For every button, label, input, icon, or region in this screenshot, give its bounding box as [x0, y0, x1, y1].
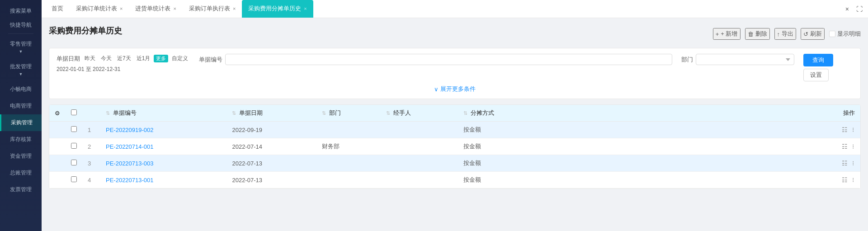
sort-icon: ⇅	[322, 110, 326, 116]
col-code-header: ⇅ 单据编号	[100, 105, 226, 122]
delete-button[interactable]: 🗑 删除	[745, 28, 770, 40]
tab-label: 采购订单执行表	[189, 5, 230, 13]
row-code-link[interactable]: PE-20220713-001	[106, 177, 154, 184]
sidebar-item-invoice[interactable]: 发票管理	[0, 181, 42, 198]
row-code-link[interactable]: PE-20220713-003	[106, 160, 154, 167]
sidebar-item-ecom[interactable]: 电商管理	[0, 98, 42, 114]
col-split-type-header: ⇅ 分摊方式	[458, 105, 783, 122]
table-row: 4 PE-20220713-001 2022-07-13 按金额 ☷ ⁝	[49, 172, 860, 189]
tab-purchase-order-stat[interactable]: 采购订单统计表 ×	[70, 0, 129, 18]
toolbar: + + 新增 🗑 删除 ↑ 导出 ↺ 刷新 显示明细	[713, 28, 861, 40]
sidebar-item-inventory[interactable]: 库存核算	[0, 131, 42, 148]
row-code: PE-20220919-002	[100, 122, 226, 138]
date-yesterday-btn[interactable]: 昨天	[83, 54, 97, 63]
date-custom-btn[interactable]: 自定义	[170, 54, 190, 63]
dept-filter-select[interactable]: 财务部	[696, 54, 794, 65]
main-area: 首页 采购订单统计表 × 进货单统计表 × 采购订单执行表 × 采购费用分摊单历…	[42, 0, 868, 231]
maximize-icon[interactable]: ⛶	[854, 5, 864, 14]
view-action-icon[interactable]: ☷	[841, 125, 849, 134]
sidebar-item-quick-nav[interactable]: 快捷导航	[0, 19, 42, 32]
chevron-down-icon: ▼	[19, 72, 23, 76]
row-code-link[interactable]: PE-20220919-002	[106, 127, 154, 133]
filter-date-label-row: 单据日期 昨天 今天 近7天 近1月 更多 自定义	[57, 54, 190, 63]
row-dept: 财务部	[316, 138, 381, 155]
close-icon[interactable]: ×	[233, 6, 236, 11]
tab-inbound-stat[interactable]: 进货单统计表 ×	[129, 0, 182, 18]
export-icon: ↑	[777, 31, 780, 38]
date-1month-btn[interactable]: 近1月	[135, 54, 152, 63]
row-checkbox[interactable]	[71, 176, 77, 182]
sidebar-item-label: 电商管理	[10, 102, 32, 110]
row-checkbox[interactable]	[71, 160, 77, 165]
table-row: 2 PE-20220714-001 2022-07-14 财务部 按金额 ☷ ⁝	[49, 138, 860, 155]
col-handler-header: ⇅ 经手人	[381, 105, 458, 122]
more-action-icon[interactable]: ⁝	[851, 175, 855, 184]
row-num: 3	[82, 155, 100, 172]
date-more-btn[interactable]: 更多	[154, 55, 168, 62]
delete-icon: 🗑	[748, 31, 754, 38]
close-icon[interactable]: ×	[173, 6, 176, 11]
date-7days-btn[interactable]: 近7天	[115, 54, 133, 63]
row-date: 2022-07-14	[226, 138, 316, 155]
row-num: 2	[82, 138, 100, 155]
add-label: + 新增	[721, 30, 737, 38]
select-all-checkbox[interactable]	[71, 109, 77, 115]
date-quick-btns: 昨天 今天 近7天 近1月 更多 自定义	[83, 54, 190, 63]
show-col-checkbox[interactable]	[829, 31, 835, 37]
tab-label: 采购费用分摊单历史	[248, 5, 301, 13]
content-area: 采购费用分摊单历史 + + 新增 🗑 删除 ↑ 导出 ↺ 刷新	[42, 18, 868, 231]
row-code: PE-20220713-001	[100, 172, 226, 189]
query-button[interactable]: 查询	[803, 54, 833, 66]
chevron-down-icon: ∨	[434, 86, 439, 93]
close-icon[interactable]: ×	[120, 6, 123, 11]
sidebar-item-ecom-small[interactable]: 小畅电商	[0, 81, 42, 98]
filter-date-group: 单据日期 昨天 今天 近7天 近1月 更多 自定义 2022-01-01 至 2…	[57, 54, 190, 73]
gear-icon[interactable]: ⚙	[55, 110, 60, 117]
row-handler	[381, 122, 458, 138]
refresh-label: 刷新	[810, 30, 822, 38]
refresh-button[interactable]: ↺ 刷新	[801, 28, 825, 40]
refresh-icon: ↺	[803, 31, 808, 38]
view-action-icon[interactable]: ☷	[841, 175, 849, 184]
expand-conditions[interactable]: ∨ 展开更多条件	[57, 85, 853, 93]
more-action-icon[interactable]: ⁝	[851, 125, 855, 134]
col-split-type-label: 分摊方式	[471, 109, 494, 117]
row-code-link[interactable]: PE-20220714-001	[106, 143, 154, 150]
row-code: PE-20220713-003	[100, 155, 226, 172]
sidebar-item-purchase[interactable]: 采购管理	[0, 114, 42, 131]
view-action-icon[interactable]: ☷	[841, 142, 849, 151]
row-split-type: 按金额	[458, 122, 783, 138]
close-window-icon[interactable]: ×	[844, 5, 851, 14]
export-button[interactable]: ↑ 导出	[774, 28, 797, 40]
view-action-icon[interactable]: ☷	[841, 159, 849, 168]
row-checkbox[interactable]	[71, 126, 77, 132]
sidebar-item-label: 零售管理	[10, 40, 32, 48]
add-button[interactable]: + + 新增	[713, 28, 741, 40]
date-today-btn[interactable]: 今天	[99, 54, 113, 63]
filter-dept-label-row: 部门 财务部	[681, 54, 794, 65]
show-col-toggle[interactable]: 显示明细	[829, 30, 861, 38]
code-filter-input[interactable]	[225, 54, 672, 65]
row-checkbox[interactable]	[71, 143, 77, 149]
row-checkbox-cell	[66, 122, 82, 138]
setting-button[interactable]: 设置	[803, 69, 829, 81]
expand-label: 展开更多条件	[440, 85, 476, 93]
sidebar-item-wholesale[interactable]: 批发管理 ▼	[0, 58, 42, 81]
sort-icon: ⇅	[232, 110, 236, 116]
col-dept-label: 部门	[329, 109, 341, 117]
tab-purchase-order-exec[interactable]: 采购订单执行表 ×	[183, 0, 242, 18]
tab-home[interactable]: 首页	[45, 0, 70, 18]
show-col-label: 显示明细	[837, 30, 861, 38]
close-icon[interactable]: ×	[304, 6, 307, 11]
sidebar-item-finance[interactable]: 资金管理	[0, 148, 42, 165]
row-handler	[381, 155, 458, 172]
tab-purchase-cost-history[interactable]: 采购费用分摊单历史 ×	[242, 0, 313, 18]
sidebar-item-search[interactable]: 搜索菜单	[0, 4, 42, 19]
export-label: 导出	[782, 30, 793, 38]
sidebar-item-account[interactable]: 总账管理	[0, 165, 42, 181]
more-action-icon[interactable]: ⁝	[851, 142, 855, 151]
sidebar-item-retail[interactable]: 零售管理 ▼	[0, 36, 42, 58]
more-action-icon[interactable]: ⁝	[851, 159, 855, 168]
sort-icon: ⇅	[386, 110, 390, 116]
date-range-display: 2022-01-01 至 2022-12-31	[57, 66, 190, 73]
